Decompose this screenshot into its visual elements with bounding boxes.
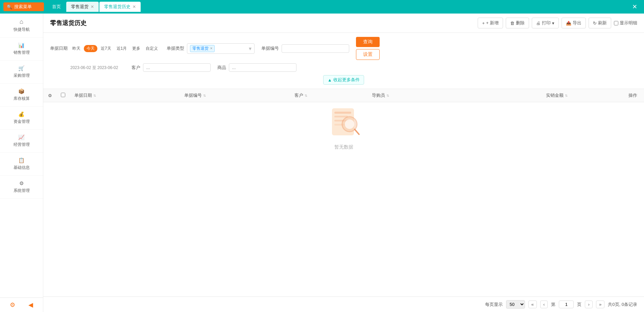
show-detail-checkbox[interactable] bbox=[614, 21, 618, 25]
customer-input[interactable] bbox=[143, 63, 211, 72]
page-input[interactable] bbox=[559, 300, 574, 308]
sidebar-item-label: 资金管理 bbox=[14, 119, 30, 125]
col-guide-sort[interactable]: 导购员 ⇅ bbox=[372, 92, 457, 98]
no-data-area: 暂无数据 bbox=[43, 102, 644, 150]
home-icon: ⌂ bbox=[20, 18, 23, 25]
operations-icon: 📈 bbox=[18, 134, 25, 140]
goods-filter: 商品 bbox=[217, 63, 296, 72]
sort-icon-amount: ⇅ bbox=[565, 94, 568, 97]
customer-filter: 客户 bbox=[132, 63, 211, 72]
sidebar-item-basic-info[interactable]: 📋 基础信息 bbox=[0, 153, 43, 176]
search-menu-btn[interactable]: 🔍 搜索菜单 bbox=[3, 2, 44, 11]
refresh-button[interactable]: ↻ 刷新 bbox=[589, 18, 611, 28]
tab-retail-return-history-close[interactable]: ✕ bbox=[133, 4, 136, 9]
collapse-filter-btn[interactable]: ▲ 收起更多条件 bbox=[323, 75, 364, 85]
tab-home-label: 首页 bbox=[52, 4, 61, 10]
doc-type-tag-text: 零售退货 bbox=[192, 46, 209, 51]
sidebar-item-finance[interactable]: 💰 资金管理 bbox=[0, 107, 43, 130]
table-container: ⚙ 单据日期 ⇅ bbox=[43, 89, 644, 296]
last-page-btn[interactable]: » bbox=[596, 300, 604, 308]
export-button[interactable]: 📤 导出 bbox=[562, 18, 586, 28]
customer-label: 客户 bbox=[132, 65, 140, 71]
col-amount-sort[interactable]: 实销金额 ⇅ bbox=[466, 92, 567, 98]
date-range-text: 2023-06-02 至 2023-06-02 bbox=[70, 65, 118, 70]
doc-no-input[interactable] bbox=[282, 44, 349, 53]
print-label: 打印 bbox=[542, 20, 551, 26]
show-detail-checkbox-wrapper[interactable]: 显示明细 bbox=[614, 20, 637, 26]
date-btn-custom[interactable]: 自定义 bbox=[144, 45, 160, 52]
doc-no-filter: 单据编号 bbox=[261, 44, 349, 53]
date-btn-today[interactable]: 今天 bbox=[84, 45, 97, 52]
page-size-select[interactable]: 10 20 50 100 bbox=[506, 300, 525, 309]
col-date-sort[interactable]: 单据日期 ⇅ bbox=[74, 92, 176, 98]
date-btn-7days[interactable]: 近7天 bbox=[99, 45, 113, 52]
sidebar-item-quick-nav[interactable]: ⌂ 快捷导航 bbox=[0, 14, 43, 38]
sidebar-collapse-btn[interactable]: ◀ bbox=[28, 301, 33, 309]
basic-info-icon: 📋 bbox=[18, 157, 25, 163]
sidebar: ⌂ 快捷导航 📊 销售管理 🛒 采购管理 📦 库存核算 💰 资金管理 📈 经营管… bbox=[0, 14, 43, 312]
doc-no-label: 单据编号 bbox=[261, 45, 279, 51]
doc-type-tag-close[interactable]: × bbox=[210, 46, 212, 51]
sidebar-settings-btn[interactable]: ⚙ bbox=[10, 301, 15, 309]
sidebar-item-label: 快捷导航 bbox=[14, 27, 30, 32]
main-layout: ⌂ 快捷导航 📊 销售管理 🛒 采购管理 📦 库存核算 💰 资金管理 📈 经营管… bbox=[0, 14, 644, 312]
select-all-checkbox[interactable] bbox=[61, 93, 65, 97]
prev-page-btn[interactable]: ‹ bbox=[540, 300, 548, 308]
date-filter-label: 单据日期 bbox=[50, 45, 68, 51]
tab-retail-return-close[interactable]: ✕ bbox=[91, 4, 94, 9]
date-btn-1month[interactable]: 近1月 bbox=[115, 45, 129, 52]
date-btn-more[interactable]: 更多 bbox=[130, 45, 142, 52]
date-btn-yesterday[interactable]: 昨天 bbox=[70, 45, 82, 52]
doc-type-filter: 单据类型 零售退货 × ▾ bbox=[167, 43, 255, 54]
sidebar-item-purchase-mgmt[interactable]: 🛒 采购管理 bbox=[0, 61, 43, 84]
add-button[interactable]: + + 新增 bbox=[478, 18, 503, 28]
sort-icon-guide: ⇅ bbox=[386, 94, 389, 97]
pagination-bar: 每页显示 10 20 50 100 « ‹ 第 页 › » 共0页, 0条记录 bbox=[43, 296, 644, 312]
sort-icon-date: ⇅ bbox=[93, 94, 96, 97]
purchase-icon: 🛒 bbox=[18, 65, 25, 71]
col-docno-label: 单据编号 bbox=[184, 92, 202, 98]
sort-icon-customer: ⇅ bbox=[305, 94, 307, 97]
query-button[interactable]: 查询 bbox=[356, 37, 380, 47]
sidebar-item-label: 经营管理 bbox=[14, 142, 30, 148]
page-title: 零售退货历史 bbox=[50, 19, 87, 27]
filter-row-2: 2023-06-02 至 2023-06-02 客户 商品 bbox=[50, 63, 637, 72]
sidebar-item-label: 基础信息 bbox=[14, 165, 30, 171]
set-button[interactable]: 设置 bbox=[356, 49, 380, 60]
first-page-btn[interactable]: « bbox=[528, 300, 537, 308]
filter-row-1: 单据日期 昨天 今天 近7天 近1月 更多 自定义 单据类型 bbox=[50, 37, 637, 60]
refresh-icon: ↻ bbox=[593, 21, 597, 26]
sidebar-item-inventory[interactable]: 📦 库存核算 bbox=[0, 84, 43, 107]
window-close-btn[interactable]: ✕ bbox=[629, 3, 641, 10]
show-detail-label: 显示明细 bbox=[620, 20, 637, 26]
search-icon: 🔍 bbox=[7, 4, 12, 9]
tab-retail-return-label: 零售退货 bbox=[71, 4, 89, 10]
sidebar-item-operations[interactable]: 📈 经营管理 bbox=[0, 130, 43, 153]
goods-input[interactable] bbox=[229, 63, 296, 72]
col-customer-sort[interactable]: 客户 ⇅ bbox=[294, 92, 364, 98]
sidebar-item-system-mgmt[interactable]: ⚙ 系统管理 bbox=[0, 176, 43, 199]
sidebar-item-label: 库存核算 bbox=[14, 96, 30, 102]
sidebar-item-label: 系统管理 bbox=[14, 188, 30, 194]
tab-home[interactable]: 首页 bbox=[47, 2, 66, 12]
collapse-label: 收起更多条件 bbox=[333, 77, 360, 83]
col-docno-sort[interactable]: 单据编号 ⇅ bbox=[184, 92, 286, 98]
print-button[interactable]: 🖨 打印 ▾ bbox=[532, 18, 559, 28]
col-actions-label: 操作 bbox=[628, 93, 637, 98]
sidebar-item-label: 销售管理 bbox=[14, 50, 30, 55]
sidebar-item-sales-mgmt[interactable]: 📊 销售管理 bbox=[0, 38, 43, 61]
next-page-btn[interactable]: › bbox=[585, 300, 592, 308]
table-settings-icon[interactable]: ⚙ bbox=[48, 93, 52, 98]
add-icon: + bbox=[482, 21, 485, 26]
delete-icon: 🗑 bbox=[510, 21, 515, 26]
query-set-group: 查询 设置 bbox=[356, 37, 380, 60]
add-label: + 新增 bbox=[486, 20, 499, 26]
col-amount-label: 实销金额 bbox=[546, 92, 564, 98]
tab-retail-return-history[interactable]: 零售退货历史 ✕ bbox=[99, 2, 141, 12]
tab-retail-return[interactable]: 零售退货 ✕ bbox=[66, 2, 99, 12]
sidebar-item-label: 采购管理 bbox=[14, 73, 30, 79]
delete-button[interactable]: 🗑 删除 bbox=[506, 18, 529, 28]
export-label: 导出 bbox=[573, 20, 581, 26]
inventory-icon: 📦 bbox=[18, 88, 25, 94]
doc-type-select[interactable]: 零售退货 × ▾ bbox=[187, 43, 255, 54]
